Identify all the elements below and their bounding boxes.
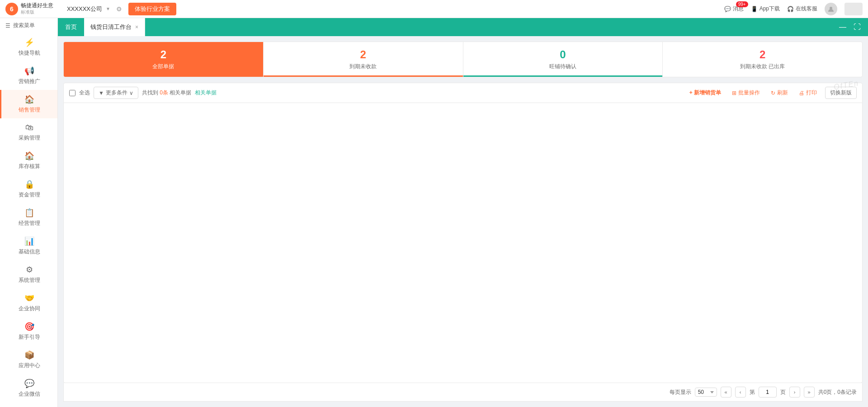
app-download-button[interactable]: 📱 App下载 <box>751 5 780 13</box>
sidebar-item-label: 系统管理 <box>19 276 40 284</box>
last-page-button[interactable]: » <box>804 387 815 398</box>
online-service-button[interactable]: 🎧 在线客服 <box>787 5 817 13</box>
search-menu-item[interactable]: ☰ 搜索菜单 <box>0 18 57 33</box>
table-area <box>63 103 863 383</box>
gear-icon[interactable]: ⚙ <box>114 4 125 14</box>
sidebar-item-label: 资金管理 <box>19 191 40 199</box>
next-page-button[interactable]: › <box>789 387 800 398</box>
weixin-icon: 💬 <box>24 379 34 388</box>
sidebar-item-basic-info[interactable]: 📊 基础信息 <box>0 232 57 260</box>
tab-expand-button[interactable]: ⛶ <box>852 22 863 33</box>
refresh-label: 刷新 <box>777 89 788 97</box>
message-badge: 99+ <box>736 1 748 7</box>
toolbar-right: + 新增销货单 ⊞ 批量操作 ↻ 刷新 🖨 打印 切换新版 <box>687 87 857 99</box>
message-icon: 💬 <box>724 6 731 12</box>
page-size-select[interactable]: 50 10 20 100 <box>695 388 717 397</box>
prev-page-button[interactable]: ‹ <box>735 387 746 398</box>
sidebar-item-weixin[interactable]: 💬 企业微信 <box>0 374 57 402</box>
online-service-label: 在线客服 <box>796 5 817 13</box>
guide-icon: 🎯 <box>24 322 34 332</box>
tab-minimize-button[interactable]: — <box>837 22 848 33</box>
batch-icon: ⊞ <box>732 90 736 96</box>
first-page-button[interactable]: « <box>721 387 731 398</box>
avatar-extra[interactable] <box>844 3 863 15</box>
trial-button[interactable]: 体验行业方案 <box>128 3 176 15</box>
add-sales-order-button[interactable]: + 新增销货单 <box>687 87 724 98</box>
main-layout: ☰ 搜索菜单 ⚡ 快捷导航 📢 营销推广 🏠 销售管理 🛍 采购管理 🏠 库存核… <box>0 18 868 407</box>
sidebar-item-sales[interactable]: 🏠 销售管理 <box>0 90 57 118</box>
sales-icon: 🏠 <box>24 94 34 104</box>
top-bar: 6 畅捷通好生意 标准版 XXXXXX公司 ▼ ⚙ 体验行业方案 💬 消息 99… <box>0 0 868 18</box>
print-button[interactable]: 🖨 打印 <box>796 87 820 98</box>
sidebar-item-label: 基础信息 <box>19 248 40 256</box>
sidebar-item-quick-nav[interactable]: ⚡ 快捷导航 <box>0 33 57 61</box>
tab-close-button[interactable]: × <box>135 24 138 30</box>
filter-chevron: ∨ <box>129 90 133 96</box>
refresh-icon: ↻ <box>771 90 775 96</box>
related-records-link[interactable]: 相关单据 <box>195 89 217 97</box>
sidebar-item-system[interactable]: ⚙ 系统管理 <box>0 260 57 289</box>
sidebar-item-marketing[interactable]: 📢 营销推广 <box>0 61 57 90</box>
download-icon: 📱 <box>751 6 758 12</box>
select-all-checkbox[interactable] <box>69 90 75 96</box>
sidebar-item-finance[interactable]: 🔒 资金管理 <box>0 175 57 203</box>
page-number-input[interactable] <box>759 387 777 398</box>
stat-number-all: 2 <box>73 48 254 61</box>
page-size-label: 每页显示 <box>670 388 691 396</box>
search-menu-label: 搜索菜单 <box>13 22 35 29</box>
stats-row: 2 全部单据 2 到期未收款 0 旺铺待确认 2 到期未收款 已出库 <box>63 42 863 77</box>
logo-area: 6 畅捷通好生意 标准版 <box>5 2 63 16</box>
sidebar-item-label: 企业协同 <box>19 305 40 313</box>
stat-card-overdue-unshipped[interactable]: 2 到期未收款 已出库 <box>663 42 862 77</box>
service-icon: 🎧 <box>787 6 794 12</box>
switch-version-button[interactable]: 切换新版 <box>825 87 857 99</box>
sidebar-item-cooperation[interactable]: 🤝 企业协同 <box>0 289 57 317</box>
stat-label-overdue: 到期未收款 <box>273 63 454 70</box>
sidebar-item-inventory[interactable]: 🏠 库存核算 <box>0 146 57 175</box>
page-label-suffix: 页 <box>780 388 786 396</box>
basic-info-icon: 📊 <box>24 236 34 246</box>
toolbar: 全选 ▼ 更多条件 ∨ 共找到 0条 相关单据 相关单据 + 新增销货单 <box>63 83 863 103</box>
stat-card-pending-confirm[interactable]: 0 旺铺待确认 <box>463 42 663 77</box>
sidebar-item-label: 营销推广 <box>19 78 40 85</box>
company-name[interactable]: XXXXXX公司 <box>67 5 102 13</box>
quick-nav-icon: ⚡ <box>24 37 34 47</box>
app-center-icon: 📦 <box>24 350 34 360</box>
sidebar-item-guide[interactable]: 🎯 新手引导 <box>0 317 57 346</box>
sidebar-item-label: 快捷导航 <box>19 49 40 57</box>
refresh-button[interactable]: ↻ 刷新 <box>768 87 791 98</box>
sidebar-item-app-center[interactable]: 📦 应用中心 <box>0 346 57 374</box>
operations-icon: 📋 <box>24 208 34 218</box>
stat-number-overdue: 2 <box>273 48 454 61</box>
result-count: 0条 <box>160 89 168 96</box>
tab-active[interactable]: 钱货日清工作台 × <box>84 18 145 36</box>
user-icon <box>827 5 835 13</box>
tab-bar: 首页 钱货日清工作台 × — ⛶ <box>58 18 868 36</box>
message-button[interactable]: 💬 消息 99+ <box>724 5 744 13</box>
sidebar-item-purchase[interactable]: 🛍 采购管理 <box>0 118 57 146</box>
stat-number-pending: 0 <box>472 48 654 61</box>
system-icon: ⚙ <box>26 265 33 275</box>
stat-card-overdue-uncollected[interactable]: 2 到期未收款 <box>264 42 463 77</box>
total-info: 共0页，0条记录 <box>818 388 857 396</box>
sidebar-item-label: 库存核算 <box>19 163 40 170</box>
chevron-down-icon[interactable]: ▼ <box>106 6 110 11</box>
logo-sub: 标准版 <box>21 9 53 15</box>
search-icon: ☰ <box>5 23 10 29</box>
tab-home[interactable]: 首页 <box>58 18 84 36</box>
result-text: 共找到 0条 相关单据 <box>142 89 191 97</box>
company-selector[interactable]: XXXXXX公司 ▼ ⚙ <box>67 4 125 14</box>
finance-icon: 🔒 <box>24 179 34 189</box>
stat-label-all: 全部单据 <box>73 63 254 70</box>
more-filter-button[interactable]: ▼ 更多条件 ∨ <box>94 87 138 99</box>
batch-operation-button[interactable]: ⊞ 批量操作 <box>729 87 763 98</box>
filter-icon: ▼ <box>99 90 104 96</box>
avatar[interactable] <box>825 3 837 15</box>
print-label: 打印 <box>806 89 817 97</box>
sidebar-item-member[interactable]: V 畅会员 <box>0 402 57 407</box>
stat-card-all[interactable]: 2 全部单据 <box>64 42 264 77</box>
sidebar-item-label: 新手引导 <box>19 333 40 341</box>
logo-icon: 6 <box>5 3 18 15</box>
sidebar: ☰ 搜索菜单 ⚡ 快捷导航 📢 营销推广 🏠 销售管理 🛍 采购管理 🏠 库存核… <box>0 18 58 407</box>
sidebar-item-operations[interactable]: 📋 经营管理 <box>0 203 57 232</box>
